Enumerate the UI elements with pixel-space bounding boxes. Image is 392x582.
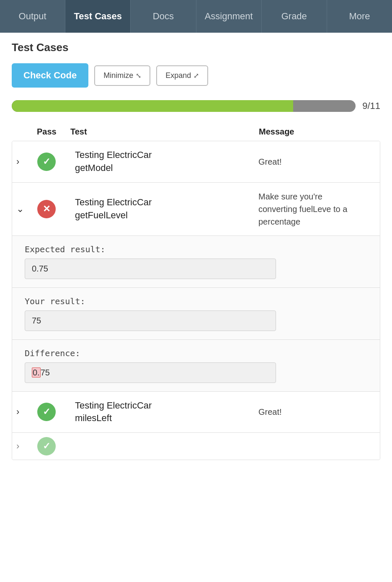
row2-chevron[interactable]: ⌄ [16, 204, 37, 215]
difference-section: Difference: 0.75 [12, 340, 380, 392]
highlight-char: 0. [32, 367, 41, 378]
row1-status-icon: ✓ [37, 153, 56, 171]
expand-icon: ⤢ [193, 72, 199, 80]
tab-grade[interactable]: Grade [262, 0, 327, 33]
expected-result-value: 0.75 [25, 259, 276, 279]
row1-test-name: Testing ElectricCargetModel [71, 149, 258, 175]
row3-status-icon: ✓ [37, 403, 56, 421]
row4-status-icon: ✓ [37, 437, 56, 455]
col-test-header: Test [70, 127, 259, 137]
row1-chevron[interactable]: › [16, 156, 37, 167]
expected-result-label: Expected result: [25, 244, 367, 254]
minimize-button[interactable]: Minimize ⤡ [94, 65, 150, 86]
table-row: › ✓ [12, 433, 380, 460]
your-result-section: Your result: 75 [12, 288, 380, 340]
tab-test-cases[interactable]: Test Cases [65, 0, 131, 33]
expand-label: Expand [165, 71, 191, 80]
toolbar: Check Code Minimize ⤡ Expand ⤢ [12, 63, 380, 88]
progress-bar-fill [12, 100, 293, 112]
check-code-button[interactable]: Check Code [12, 63, 88, 88]
table-row: › ✓ Testing ElectricCargetModel Great! [12, 141, 380, 183]
cross-icon: ✕ [43, 204, 50, 215]
row2-message: Make sure you'reconverting fuelLeve to a… [258, 190, 376, 228]
row2-status-icon: ✕ [37, 200, 56, 218]
checkmark-icon: ✓ [43, 406, 50, 417]
your-result-label: Your result: [25, 296, 367, 306]
minimize-icon: ⤡ [136, 72, 141, 80]
table-row: ⌄ ✕ Testing ElectricCargetFuelLevel Make… [12, 183, 380, 236]
checkmark-icon: ✓ [43, 156, 50, 167]
progress-container: 9/11 [12, 100, 380, 112]
tab-output[interactable]: Output [0, 0, 65, 33]
expected-result-section: Expected result: 0.75 [12, 236, 380, 288]
progress-label: 9/11 [362, 101, 380, 111]
row4-chevron[interactable]: › [16, 441, 37, 452]
row3-chevron[interactable]: › [16, 406, 37, 417]
page-title: Test Cases [12, 41, 380, 54]
row1-message: Great! [258, 155, 376, 168]
row3-test-name: Testing ElectricCarmilesLeft [71, 399, 258, 425]
tab-assignment[interactable]: Assignment [196, 0, 262, 33]
tab-docs[interactable]: Docs [131, 0, 196, 33]
test-table: › ✓ Testing ElectricCargetModel Great! ⌄… [12, 141, 380, 460]
col-pass-header: Pass [37, 127, 70, 137]
difference-label: Difference: [25, 348, 367, 358]
table-header: Pass Test Message [12, 127, 380, 141]
table-row: › ✓ Testing ElectricCarmilesLeft Great! [12, 392, 380, 433]
col-message-header: Message [259, 127, 376, 137]
row2-test-name: Testing ElectricCargetFuelLevel [71, 196, 258, 222]
expand-button[interactable]: Expand ⤢ [156, 65, 208, 86]
tab-more[interactable]: More [327, 0, 392, 33]
your-result-value: 75 [25, 310, 276, 331]
difference-value: 0.75 [25, 362, 276, 383]
progress-bar-background [12, 100, 356, 112]
checkmark-icon: ✓ [43, 441, 50, 452]
nav-bar: Output Test Cases Docs Assignment Grade … [0, 0, 392, 33]
row3-message: Great! [258, 406, 376, 418]
page-content: Test Cases Check Code Minimize ⤡ Expand … [0, 33, 392, 582]
minimize-label: Minimize [103, 71, 133, 80]
